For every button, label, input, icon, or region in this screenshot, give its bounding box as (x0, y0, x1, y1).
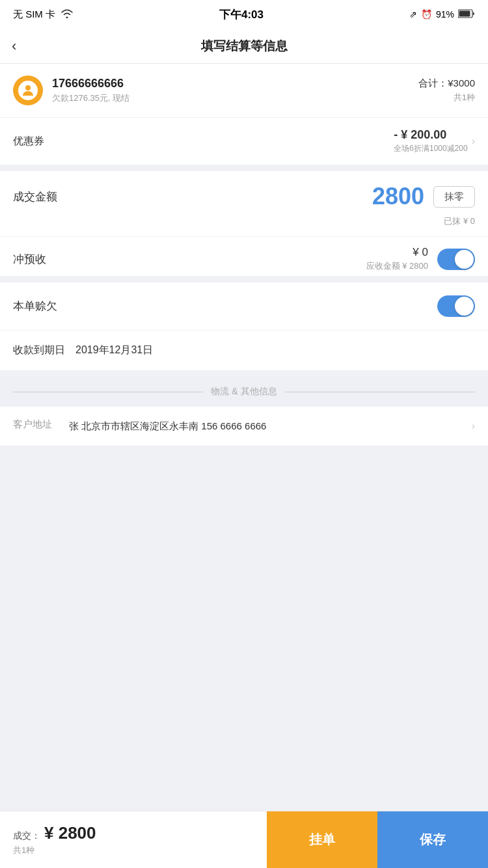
bottom-total-amount: ¥ 2800 (44, 823, 96, 843)
status-bar: 无 SIM 卡 下午4:03 ⇗ ⏰ 91% (0, 0, 488, 29)
bottom-info: 成交： ¥ 2800 共1种 (0, 823, 267, 856)
prepay-right: ¥ 0 应收金额 ¥ 2800 (366, 246, 475, 272)
logistics-separator: 物流 & 其他信息 (0, 377, 488, 407)
amount-section: 成交金额 2800 抹零 已抹 ¥ 0 冲预收 ¥ 0 应收金额 ¥ 2800 (0, 171, 488, 276)
signal-text: 无 SIM 卡 (13, 8, 55, 21)
battery-text: 91% (436, 9, 454, 20)
duedate-label: 收款到期日 (13, 344, 65, 357)
amount-sub: 已抹 ¥ 0 (0, 215, 488, 236)
customer-phone: 17666666666 (52, 77, 129, 90)
amount-right: 2800 抹零 (372, 183, 475, 210)
customer-info: 17666666666 欠款1276.35元, 现结 (52, 77, 129, 104)
logistics-label: 物流 & 其他信息 (211, 386, 277, 398)
address-key: 客户地址 (13, 418, 59, 431)
customer-row: 17666666666 欠款1276.35元, 现结 合计：¥3000 共1种 (0, 64, 488, 117)
bottom-bar: 成交： ¥ 2800 共1种 挂单 保存 (0, 811, 488, 868)
customer-total: 合计：¥3000 共1种 (418, 77, 475, 103)
bottom-count: 共1种 (13, 845, 254, 856)
prepay-label: 冲预收 (13, 252, 46, 267)
prepay-sub: 应收金额 ¥ 2800 (366, 260, 428, 272)
coupon-label: 优惠券 (13, 135, 44, 148)
round-button[interactable]: 抹零 (433, 186, 475, 208)
nav-bar: ‹ 填写结算等信息 (0, 29, 488, 64)
hold-button[interactable]: 挂单 (267, 811, 377, 869)
address-row[interactable]: 客户地址 张 北京市市辖区海淀区永丰南 156 6666 6666 › (0, 407, 488, 446)
alarm-icon: ⏰ (421, 9, 432, 20)
chevron-right-icon: › (472, 135, 475, 147)
total-label: 合计：¥3000 (418, 77, 475, 90)
back-button[interactable]: ‹ (12, 38, 16, 55)
wifi-icon (61, 9, 74, 20)
bottom-total: 成交： ¥ 2800 (13, 823, 254, 843)
customer-card: 17666666666 欠款1276.35元, 现结 合计：¥3000 共1种 … (0, 64, 488, 165)
battery-icon (458, 9, 475, 20)
prepay-row: 冲预收 ¥ 0 应收金额 ¥ 2800 (0, 236, 488, 276)
customer-left: 17666666666 欠款1276.35元, 现结 (13, 75, 129, 105)
svg-rect-1 (459, 10, 470, 16)
gray-spacer (0, 452, 488, 582)
sep-line-right (285, 392, 475, 392)
save-button[interactable]: 保存 (377, 811, 488, 869)
amount-value: 2800 (372, 183, 424, 210)
coupon-discount: - ¥ 200.00 (394, 128, 467, 142)
debt-label: 本单赊欠 (13, 299, 57, 314)
amount-row: 成交金额 2800 抹零 (0, 171, 488, 215)
coupon-right: - ¥ 200.00 全场6折满1000减200 › (394, 128, 475, 154)
address-chevron-icon: › (472, 420, 475, 432)
duedate-value: 2019年12月31日 (75, 344, 153, 357)
duedate-row: 收款到期日 2019年12月31日 (0, 330, 488, 370)
amount-label: 成交金额 (13, 189, 57, 204)
coupon-row[interactable]: 优惠券 - ¥ 200.00 全场6折满1000减200 › (0, 117, 488, 165)
prepay-amount-block: ¥ 0 应收金额 ¥ 2800 (366, 246, 428, 272)
coupon-desc: 全场6折满1000减200 (394, 143, 467, 154)
avatar (13, 75, 43, 105)
prepay-amount: ¥ 0 (366, 246, 428, 259)
debt-row: 本单赊欠 (0, 282, 488, 330)
customer-debt: 欠款1276.35元, 现结 (52, 92, 129, 104)
location-icon: ⇗ (409, 9, 417, 20)
content-area: 17666666666 欠款1276.35元, 现结 合计：¥3000 共1种 … (0, 64, 488, 641)
prepay-toggle[interactable] (437, 249, 475, 270)
address-value: 张 北京市市辖区海淀区永丰南 156 6666 6666 (69, 418, 461, 434)
status-time: 下午4:03 (219, 7, 264, 22)
sep-line-left (13, 392, 203, 392)
page-title: 填写结算等信息 (201, 38, 288, 55)
debt-toggle[interactable] (437, 295, 475, 317)
avatar-icon (18, 81, 38, 100)
status-right: ⇗ ⏰ 91% (409, 9, 475, 20)
status-left: 无 SIM 卡 (13, 8, 74, 21)
bottom-total-label: 成交： (13, 830, 40, 842)
debt-card: 本单赊欠 收款到期日 2019年12月31日 (0, 282, 488, 370)
total-count: 共1种 (418, 92, 475, 103)
svg-point-2 (25, 85, 31, 90)
